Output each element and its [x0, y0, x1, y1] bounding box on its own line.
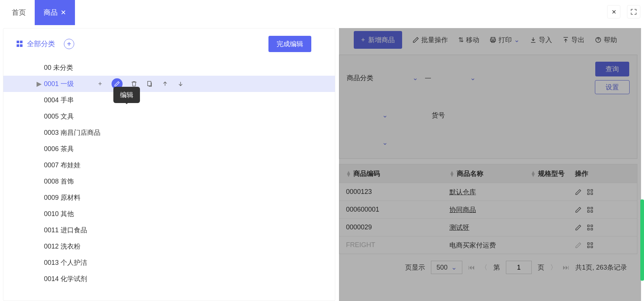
close-all-button[interactable]: ✕ — [607, 5, 620, 18]
tree-node[interactable]: 0005 文具 — [3, 108, 335, 124]
help-button[interactable]: 帮助 — [595, 35, 617, 44]
row-edit-icon[interactable] — [575, 206, 582, 213]
batch-button[interactable]: 批量操作 — [412, 35, 448, 44]
all-categories-label: 全部分类 — [27, 39, 55, 49]
tree-node[interactable]: 0008 首饰 — [3, 173, 335, 189]
cell-name[interactable]: 测试呀 — [443, 219, 524, 236]
svg-rect-15 — [588, 228, 589, 230]
row-edit-icon — [575, 242, 582, 249]
sort-icon[interactable]: ▲▼ — [449, 171, 455, 177]
tree-node[interactable]: 0013 个人护洁 — [3, 254, 335, 271]
row-edit-icon[interactable] — [575, 189, 582, 195]
page-label: 第 — [493, 263, 500, 272]
tree-node[interactable]: 0014 化学试剂 — [3, 271, 335, 287]
row-more-icon[interactable] — [587, 189, 593, 195]
toolbar: + 新增商品 批量操作 ⇅ 移动 打印 ⌄ 导入 导出 — [339, 28, 641, 49]
add-product-button[interactable]: + 新增商品 — [354, 31, 402, 49]
tree-node[interactable]: 0009 原材料 — [3, 189, 335, 206]
filter-box: 商品分类 ⌄ — ⌄ 查询 设置 ⌄ 货号 ⌄ — [339, 55, 637, 159]
table-header: ▲▼商品编码 ▲▼商品名称 ▲▼规格型号 操作 — [339, 164, 637, 183]
row-edit-icon[interactable] — [575, 224, 582, 231]
svg-rect-13 — [588, 225, 589, 227]
svg-rect-5 — [588, 189, 589, 191]
page-prev-icon[interactable]: 〈 — [481, 263, 487, 272]
page-total: 共1页, 263条记录 — [575, 263, 627, 272]
table-row[interactable]: FREIGHT 电商买家付运费 — [339, 236, 637, 254]
page-next-icon[interactable]: 〉 — [550, 263, 557, 272]
tree-node[interactable]: 0011 进口食品 — [3, 222, 335, 238]
copy-icon[interactable] — [145, 80, 154, 88]
page-first-icon[interactable]: ⏮ — [468, 264, 475, 271]
move-up-icon[interactable] — [161, 80, 169, 88]
all-categories[interactable]: 全部分类 — [17, 39, 55, 49]
page-size-select[interactable]: 500⌄ — [431, 261, 462, 274]
query-button[interactable]: 查询 — [595, 62, 629, 76]
print-button[interactable]: 打印 ⌄ — [490, 35, 520, 44]
cell-name[interactable]: 协同商品 — [443, 201, 524, 218]
table-row[interactable]: 000600001 协同商品 — [339, 201, 637, 218]
tree-node[interactable]: 0004 手串 — [3, 92, 335, 108]
fullscreen-button[interactable] — [627, 5, 640, 18]
caret-right-icon[interactable]: ▶ — [37, 80, 42, 88]
col-name[interactable]: 商品名称 — [457, 169, 483, 178]
col-code[interactable]: 商品编码 — [353, 169, 380, 178]
chevron-down-icon: ⌄ — [470, 74, 476, 82]
pager: 页显示 500⌄ ⏮ 〈 第 页 〉 ⏭ 共1页, 263条记录 — [339, 261, 637, 274]
filter-cat-label: 商品分类 — [347, 73, 373, 82]
tab-product[interactable]: 商品 ✕ — [35, 0, 75, 25]
row-actions: + — [96, 78, 185, 89]
add-category-button[interactable]: + — [64, 39, 74, 49]
tree-node[interactable]: 0006 茶具 — [3, 141, 335, 157]
svg-rect-12 — [591, 211, 593, 212]
page-input[interactable] — [506, 261, 532, 274]
filter-select-2[interactable]: ⌄ — [347, 109, 391, 122]
done-edit-button[interactable]: 完成编辑 — [268, 36, 311, 52]
row-more-icon[interactable] — [587, 206, 593, 213]
tab-home[interactable]: 首页 — [3, 0, 35, 25]
tree-node[interactable]: 00 未分类 — [3, 59, 335, 76]
tree-node[interactable]: 0003 南昌门店商品 — [3, 124, 335, 141]
move-down-icon[interactable] — [177, 80, 185, 88]
plus-icon: + — [361, 36, 365, 44]
page-suffix: 页 — [538, 263, 544, 272]
filter-cat-to[interactable]: ⌄ — [435, 72, 479, 84]
filter-cat-from[interactable]: ⌄ — [377, 72, 421, 84]
import-button[interactable]: 导入 — [530, 35, 552, 44]
svg-rect-9 — [588, 207, 589, 209]
sort-icon[interactable]: ▲▼ — [531, 171, 536, 177]
sort-icon[interactable]: ▲▼ — [346, 171, 351, 177]
move-button[interactable]: ⇅ 移动 — [458, 35, 479, 44]
svg-rect-10 — [591, 207, 593, 209]
setting-button[interactable]: 设置 — [595, 80, 630, 94]
svg-rect-14 — [591, 225, 593, 227]
add-child-icon[interactable]: + — [96, 80, 104, 88]
filter-select-3[interactable]: ⌄ — [347, 136, 391, 149]
export-button[interactable]: 导出 — [562, 35, 585, 44]
move-icon: ⇅ — [458, 36, 464, 44]
svg-rect-7 — [588, 193, 589, 195]
cell-code: 0000029 — [339, 219, 443, 236]
col-spec[interactable]: 规格型号 — [538, 169, 565, 178]
cell-name: 电商买家付运费 — [443, 236, 524, 254]
svg-rect-17 — [588, 243, 589, 244]
tree-node-selected[interactable]: ▶ 0001 一级 + — [3, 76, 335, 92]
cell-name[interactable]: 默认仓库 — [443, 183, 524, 201]
svg-rect-18 — [591, 243, 593, 244]
tree-node[interactable]: 0010 其他 — [3, 206, 335, 222]
chevron-down-icon: ⌄ — [514, 36, 520, 44]
product-table: ▲▼商品编码 ▲▼商品名称 ▲▼规格型号 操作 0000123 默认仓库 000… — [339, 164, 637, 254]
page-last-icon[interactable]: ⏭ — [563, 264, 569, 271]
category-tree[interactable]: 00 未分类 ▶ 0001 一级 + — [3, 59, 335, 296]
tree-node[interactable]: 0012 洗衣粉 — [3, 238, 335, 254]
cell-code: 0000123 — [339, 183, 443, 201]
tree-node[interactable]: 0007 布娃娃 — [3, 157, 335, 173]
tab-bar: 首页 商品 ✕ ✕ — [0, 0, 644, 25]
chevron-down-icon: ⌄ — [451, 263, 457, 271]
grid-icon — [17, 41, 23, 47]
table-row[interactable]: 0000123 默认仓库 — [339, 183, 637, 201]
tab-product-label: 商品 — [44, 8, 58, 17]
row-more-icon[interactable] — [587, 242, 593, 249]
close-icon[interactable]: ✕ — [61, 8, 66, 17]
row-more-icon[interactable] — [587, 224, 593, 231]
table-row[interactable]: 0000029 测试呀 — [339, 218, 637, 236]
